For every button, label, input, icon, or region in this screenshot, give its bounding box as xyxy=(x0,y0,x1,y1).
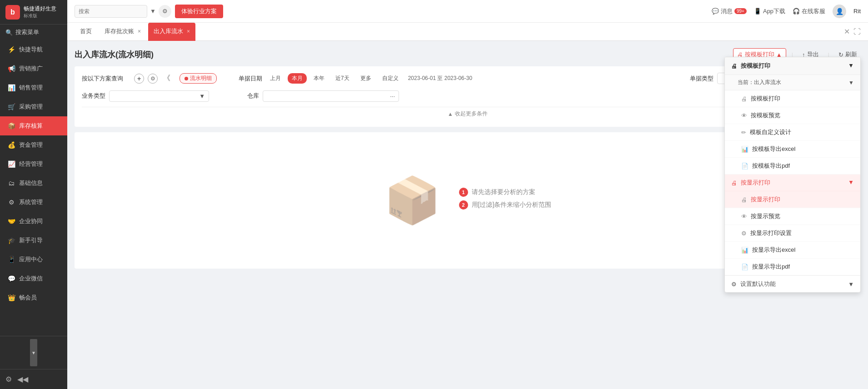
dp-display-print-label: 按显示打印 xyxy=(751,195,780,204)
tab-inventory-batch-close[interactable]: × xyxy=(138,28,141,35)
online-service-label: 在线客服 xyxy=(802,7,825,15)
topbar-gear-button[interactable]: ⚙ xyxy=(159,5,171,18)
dropdown-header-label: 按模板打印 xyxy=(741,62,770,70)
message-label: 消息 xyxy=(721,7,733,15)
dropdown-display-preview[interactable]: 👁 按显示预览 xyxy=(725,208,860,225)
filter-add-btn[interactable]: + xyxy=(134,74,144,84)
dropdown-sub-header[interactable]: 当前：出入库流水 ▼ xyxy=(725,75,860,90)
dropdown-display-export-pdf[interactable]: 📄 按显示导出pdf xyxy=(725,259,860,275)
dropdown-display-export-excel[interactable]: 📊 按显示导出excel xyxy=(725,242,860,259)
vip-icon: 👑 xyxy=(7,294,15,302)
sidebar-item-finance[interactable]: 💰 资金管理 xyxy=(0,135,67,155)
dropdown-template-export-pdf[interactable]: 📄 按模板导出pdf xyxy=(725,158,860,175)
date-last-7days[interactable]: 近7天 xyxy=(331,73,354,84)
window-maximize-btn[interactable]: ⛶ xyxy=(853,28,861,36)
user-avatar[interactable]: 👤 xyxy=(833,5,846,18)
nav-label: 销售管理 xyxy=(19,84,43,92)
tab-inventory-batch-label: 库存批次账 xyxy=(105,27,134,35)
printer-small-icon: 🖨 xyxy=(741,95,747,102)
tab-home[interactable]: 首页 xyxy=(75,23,97,41)
filter-settings-btn[interactable]: ⚙ xyxy=(148,74,158,84)
pdf-icon: 📄 xyxy=(741,163,748,170)
sidebar-item-app-center[interactable]: 📱 应用中心 xyxy=(0,250,67,269)
sidebar-item-guide[interactable]: 🎓 新手引导 xyxy=(0,231,67,250)
warehouse-select[interactable]: ··· xyxy=(263,90,399,102)
date-custom[interactable]: 自定义 xyxy=(378,73,403,84)
nav-label: 采购管理 xyxy=(19,103,43,111)
sidebar-item-marketing[interactable]: 📢 营销推广 xyxy=(0,59,67,78)
basics-icon: 🗂 xyxy=(7,179,15,187)
sidebar-item-basics[interactable]: 🗂 基础信息 xyxy=(0,174,67,193)
app-icon: 📱 xyxy=(754,8,761,15)
tab-inventory-batch[interactable]: 库存批次账 × xyxy=(99,23,146,41)
dropdown-header-chevron: ▲ xyxy=(848,63,854,70)
dropdown-template-preview[interactable]: 👁 按模板预览 xyxy=(725,107,860,124)
date-this-year[interactable]: 本年 xyxy=(309,73,329,84)
dropdown-display-print[interactable]: 🖨 按显示打印 xyxy=(725,191,860,208)
settings-icon[interactable]: ⚙ xyxy=(5,375,12,384)
empty-steps: 1 请先选择要分析的方案 2 用[过滤]条件来缩小分析范围 xyxy=(459,188,552,213)
dropdown-template-custom[interactable]: ✏ 模板自定义设计 xyxy=(725,124,860,141)
template-print-dropdown: 🖨 按模板打印 ▲ 当前：出入库流水 ▼ 🖨 按模板打印 👁 按模板预览 ✏ 模… xyxy=(724,57,861,293)
nav-label: 资金管理 xyxy=(19,141,43,149)
dropdown-display-print-settings[interactable]: ⚙ 按显示打印设置 xyxy=(725,225,860,242)
date-more[interactable]: 更多 xyxy=(356,73,375,84)
topbar-search-input[interactable] xyxy=(75,5,147,18)
marketing-icon: 📢 xyxy=(7,65,15,73)
sidebar-item-weixin[interactable]: 💬 企业微信 xyxy=(0,269,67,288)
doc-type-label: 单据类型 xyxy=(690,75,713,83)
printer-icon: 🖨 xyxy=(731,63,737,70)
sidebar-item-sales[interactable]: 📊 销售管理 xyxy=(0,78,67,97)
dropdown-default-settings[interactable]: ⚙ 设置默认功能 ▼ xyxy=(725,275,860,292)
dp-template-custom-label: 模板自定义设计 xyxy=(750,128,791,136)
sidebar-item-operations[interactable]: 📈 经营管理 xyxy=(0,155,67,174)
sidebar-item-system[interactable]: ⚙ 系统管理 xyxy=(0,193,67,212)
sidebar-item-purchase[interactable]: 🛒 采购管理 xyxy=(0,97,67,116)
nav-label: 系统管理 xyxy=(19,198,43,206)
online-service-btn[interactable]: 🎧 在线客服 xyxy=(793,7,825,15)
dropdown-template-print[interactable]: 🖨 按模板打印 xyxy=(725,90,860,107)
tab-inout-flow-close[interactable]: × xyxy=(187,28,190,35)
filter-collapse-btn[interactable]: 《 xyxy=(161,74,172,83)
sidebar-scroll-down[interactable]: ▼ xyxy=(30,339,37,366)
date-this-month[interactable]: 本月 xyxy=(288,73,307,84)
sidebar-item-inventory[interactable]: 📦 库存核算 xyxy=(0,116,67,135)
filter-tag-flow[interactable]: 流水明细 xyxy=(180,73,217,84)
nav-label: 经营管理 xyxy=(19,160,43,168)
dropdown-sub-header-label: 当前：出入库流水 xyxy=(738,79,781,86)
dp-template-preview-label: 按模板预览 xyxy=(751,111,780,120)
headset-icon: 🎧 xyxy=(793,8,800,15)
filter-scheme-label: 按以下方案查询 xyxy=(82,75,123,83)
date-last-month[interactable]: 上月 xyxy=(266,73,285,84)
app-download-btn[interactable]: 📱 App下载 xyxy=(754,7,785,15)
message-btn[interactable]: 💬 消息 99+ xyxy=(712,7,747,15)
logo-icon: b xyxy=(5,5,20,20)
dropdown-template-export-excel[interactable]: 📊 按模板导出excel xyxy=(725,141,860,158)
topbar: ▼ ⚙ 体验行业方案 💬 消息 99+ 📱 App下载 🎧 在线客服 👤 Rit xyxy=(67,0,868,23)
window-close-btn[interactable]: ✕ xyxy=(844,27,850,36)
sidebar-item-quick-nav[interactable]: ⚡ 快捷导航 xyxy=(0,40,67,59)
filter-tag-label: 流水明细 xyxy=(190,75,212,82)
sidebar-item-vip[interactable]: 👑 畅会员 xyxy=(0,288,67,307)
trial-btn[interactable]: 体验行业方案 xyxy=(175,5,223,18)
display-section-header[interactable]: 🖨 按显示打印 ▲ xyxy=(725,175,860,191)
inventory-icon: 📦 xyxy=(7,122,15,130)
nav-label: 企业微信 xyxy=(19,274,43,283)
dp-display-excel-label: 按显示导出excel xyxy=(752,246,795,254)
business-type-chevron: ▼ xyxy=(199,93,205,100)
collapse-up-icon: ▲ xyxy=(448,111,453,117)
collapse-sidebar-icon[interactable]: ◀◀ xyxy=(17,375,28,384)
dropdown-header[interactable]: 🖨 按模板打印 ▲ xyxy=(725,57,860,75)
topbar-dropdown-arrow[interactable]: ▼ xyxy=(150,8,156,15)
nav-label: 营销推广 xyxy=(19,65,43,73)
tab-inout-flow[interactable]: 出入库流水 × xyxy=(148,23,195,41)
search-icon: 🔍 xyxy=(5,29,13,36)
display-pdf-icon: 📄 xyxy=(741,264,748,270)
sidebar-search[interactable]: 🔍 搜索菜单 xyxy=(0,25,67,40)
business-type-select[interactable]: ▼ xyxy=(109,90,209,102)
filter-dates: 上月 本月 本年 近7天 更多 自定义 xyxy=(266,73,403,84)
sidebar-item-enterprise[interactable]: 🤝 企业协同 xyxy=(0,212,67,231)
nav-label: 基础信息 xyxy=(19,179,43,187)
empty-state: 📦 1 请先选择要分析的方案 2 用[过滤]条件来缩小分析范围 xyxy=(375,137,561,264)
filter-tag-dot xyxy=(185,77,188,80)
